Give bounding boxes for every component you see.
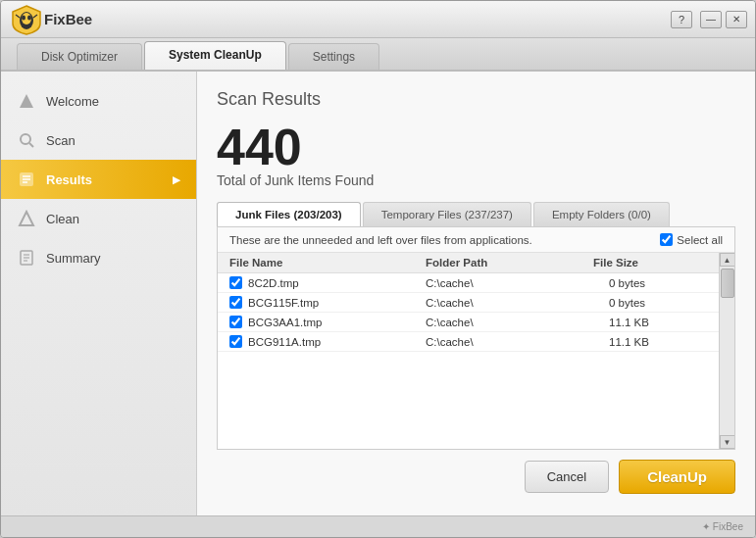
sidebar-item-welcome[interactable]: Welcome (1, 81, 196, 121)
sidebar-label-scan: Scan (46, 133, 180, 148)
sidebar-item-scan[interactable]: Scan (1, 121, 196, 160)
sidebar-item-summary[interactable]: Summary (1, 238, 196, 277)
file-name-cell: BCG3AA1.tmp (229, 316, 426, 328)
file-name-2: BCG3AA1.tmp (248, 317, 322, 328)
window-controls: — ✕ (700, 11, 747, 28)
file-checkbox-2[interactable] (229, 316, 242, 328)
file-size-2: 11.1 KB (609, 317, 707, 328)
file-table-with-scroll: File Name Folder Path File Size 8C2D.tmp (218, 253, 734, 449)
welcome-icon (17, 91, 36, 111)
file-size-3: 11.1 KB (609, 336, 707, 348)
table-row: BCG115F.tmp C:\cache\ 0 bytes (218, 293, 719, 313)
svg-line-8 (29, 143, 33, 147)
scroll-up-arrow[interactable]: ▲ (720, 253, 735, 267)
select-all-checkbox[interactable] (660, 233, 673, 246)
sub-tab-temp-files[interactable]: Temporary Files (237/237) (363, 202, 531, 226)
file-path-0: C:\cache\ (426, 277, 609, 289)
file-list-header: These are the unneeded and left over fil… (218, 227, 734, 253)
file-name-3: BCG911A.tmp (248, 336, 321, 348)
table-row: BCG3AA1.tmp C:\cache\ 11.1 KB (218, 313, 719, 332)
table-row: BCG911A.tmp C:\cache\ 11.1 KB (218, 332, 719, 352)
file-path-2: C:\cache\ (426, 317, 609, 328)
junk-count: 440 (217, 122, 735, 172)
cleanup-button[interactable]: CleanUp (619, 460, 735, 494)
sidebar-label-clean: Clean (46, 212, 180, 226)
svg-point-7 (21, 134, 30, 144)
file-table-main: File Name Folder Path File Size 8C2D.tmp (218, 253, 719, 449)
table-row: 8C2D.tmp C:\cache\ 0 bytes (218, 273, 719, 293)
svg-point-4 (22, 15, 25, 20)
tab-disk-optimizer[interactable]: Disk Optimizer (17, 43, 142, 70)
sidebar-label-welcome: Welcome (46, 94, 180, 109)
bottom-bar: Cancel CleanUp (217, 450, 735, 498)
file-list-description: These are the unneeded and left over fil… (229, 234, 660, 246)
footer: ✦ FixBee (1, 515, 755, 537)
sidebar-label-results: Results (46, 172, 163, 187)
file-checkbox-0[interactable] (229, 276, 242, 289)
footer-brand: ✦ FixBee (702, 521, 743, 532)
scroll-down-arrow[interactable]: ▼ (720, 435, 735, 449)
col-header-path: Folder Path (426, 257, 593, 269)
tab-settings[interactable]: Settings (288, 43, 379, 70)
app-logo (9, 4, 44, 35)
file-checkbox-1[interactable] (229, 296, 242, 309)
main-body: Welcome Scan Results ▶ Clean (1, 72, 755, 515)
col-header-filename: File Name (229, 257, 426, 269)
clean-icon (17, 209, 36, 228)
junk-label: Total of Junk Items Found (217, 172, 735, 188)
col-header-size: File Size (593, 257, 691, 269)
title-bar: FixBee ? — ✕ (1, 1, 755, 38)
scan-icon (17, 130, 36, 150)
help-button[interactable]: ? (671, 11, 692, 28)
sidebar-label-summary: Summary (46, 251, 180, 266)
file-name-0: 8C2D.tmp (248, 277, 299, 289)
file-size-0: 0 bytes (609, 277, 707, 289)
file-checkbox-3[interactable] (229, 335, 242, 348)
select-all-container: Select all (660, 233, 723, 246)
sub-tab-empty-folders[interactable]: Empty Folders (0/0) (533, 202, 670, 226)
tab-system-cleanup[interactable]: System CleanUp (144, 41, 286, 70)
sub-tab-bar: Junk Files (203/203) Temporary Files (23… (217, 202, 735, 227)
minimize-button[interactable]: — (700, 11, 722, 28)
main-window: FixBee ? — ✕ Disk Optimizer System Clean… (0, 0, 756, 538)
svg-point-5 (27, 15, 31, 20)
select-all-label: Select all (677, 234, 723, 246)
sidebar-item-results[interactable]: Results ▶ (1, 160, 196, 199)
tab-bar: Disk Optimizer System CleanUp Settings (1, 38, 755, 72)
table-header: File Name Folder Path File Size (218, 253, 719, 273)
page-title: Scan Results (217, 89, 735, 110)
results-icon (17, 170, 36, 189)
file-name-1: BCG115F.tmp (248, 297, 319, 309)
scroll-thumb[interactable] (721, 269, 734, 298)
app-title: FixBee (44, 11, 671, 27)
close-button[interactable]: ✕ (726, 11, 747, 28)
file-name-cell: 8C2D.tmp (229, 276, 426, 289)
file-path-1: C:\cache\ (426, 297, 609, 309)
content-area: Scan Results 440 Total of Junk Items Fou… (197, 72, 755, 515)
cancel-button[interactable]: Cancel (525, 461, 609, 493)
sub-tab-junk-files[interactable]: Junk Files (203/203) (217, 202, 361, 226)
sidebar: Welcome Scan Results ▶ Clean (1, 72, 197, 515)
summary-icon (17, 248, 36, 268)
file-list-area: These are the unneeded and left over fil… (217, 227, 735, 450)
sidebar-item-clean[interactable]: Clean (1, 199, 196, 238)
file-size-1: 0 bytes (609, 297, 707, 309)
file-name-cell: BCG911A.tmp (229, 335, 426, 348)
svg-marker-13 (20, 212, 33, 225)
scrollbar[interactable]: ▲ ▼ (719, 253, 734, 449)
svg-marker-6 (20, 94, 33, 108)
file-path-3: C:\cache\ (426, 336, 609, 348)
results-chevron: ▶ (173, 174, 180, 185)
file-rows: 8C2D.tmp C:\cache\ 0 bytes BCG115F.tmp (218, 273, 719, 449)
file-name-cell: BCG115F.tmp (229, 296, 426, 309)
